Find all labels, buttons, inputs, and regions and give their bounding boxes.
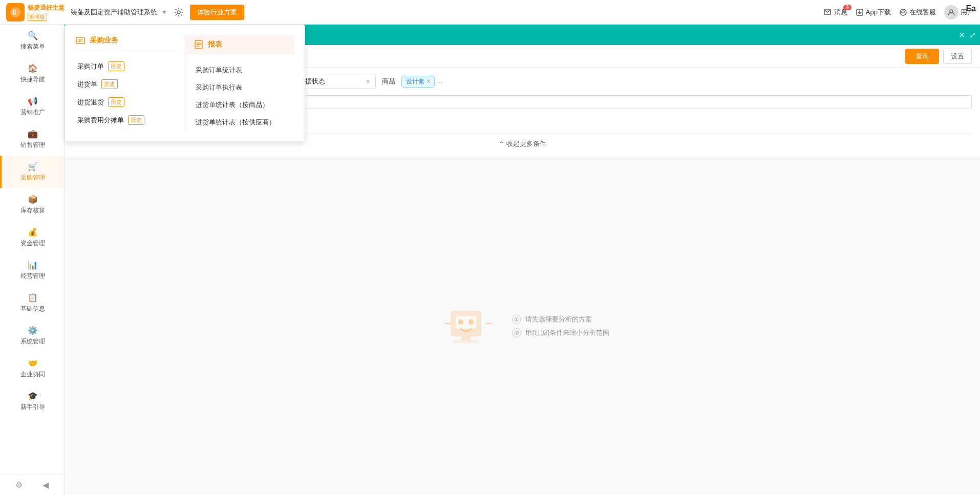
menu-item-label: 进货单 — [77, 80, 97, 89]
menu-item-label: 采购费用分摊单 — [77, 116, 124, 125]
history-badge[interactable]: 历史 — [128, 115, 144, 125]
menu-item-report-in-stat-goods[interactable]: 进货单统计表（按商品） — [194, 96, 295, 114]
menu-item-report-in-stat-supplier[interactable]: 进货单统计表（按供应商） — [194, 114, 295, 131]
history-badge[interactable]: 历史 — [108, 61, 124, 71]
menu-item-label: 进货单统计表（按供应商） — [196, 118, 275, 127]
section-title-report: 报表 — [185, 35, 295, 54]
purchase-dropdown-menu: 采购业务 采购订单 历史 进货单 历史 进货退货 历史 采购费用分摊单 历史 报… — [65, 25, 305, 142]
menu-item-label: 进货退货 — [77, 98, 104, 107]
menu-item-purchase-order[interactable]: 采购订单 历史 — [75, 57, 177, 75]
history-badge[interactable]: 历史 — [108, 97, 124, 107]
menu-section-report: 报表 采购订单统计表 采购订单执行表 进货单统计表（按商品） 进货单统计表（按供… — [185, 35, 295, 131]
purchase-section-icon — [75, 35, 86, 46]
menu-item-purchase-return[interactable]: 进货退货 历史 — [75, 93, 177, 111]
menu-item-label: 采购订单统计表 — [196, 66, 242, 75]
menu-section-purchase: 采购业务 采购订单 历史 进货单 历史 进货退货 历史 采购费用分摊单 历史 — [75, 35, 185, 131]
menu-item-label: 采购订单 — [77, 62, 104, 71]
menu-item-purchase-expense[interactable]: 采购费用分摊单 历史 — [75, 111, 177, 129]
menu-item-report-order-stat[interactable]: 采购订单统计表 — [194, 61, 295, 79]
svg-rect-16 — [76, 37, 84, 44]
section-title-purchase: 采购业务 — [75, 35, 177, 50]
report-section-icon — [194, 39, 204, 50]
history-badge[interactable]: 历史 — [101, 79, 118, 89]
menu-item-label: 进货单统计表（按商品） — [196, 100, 269, 110]
menu-item-report-order-exec[interactable]: 采购订单执行表 — [194, 79, 295, 96]
menu-item-label: 采购订单执行表 — [196, 83, 242, 92]
menu-item-purchase-in[interactable]: 进货单 历史 — [75, 75, 177, 93]
